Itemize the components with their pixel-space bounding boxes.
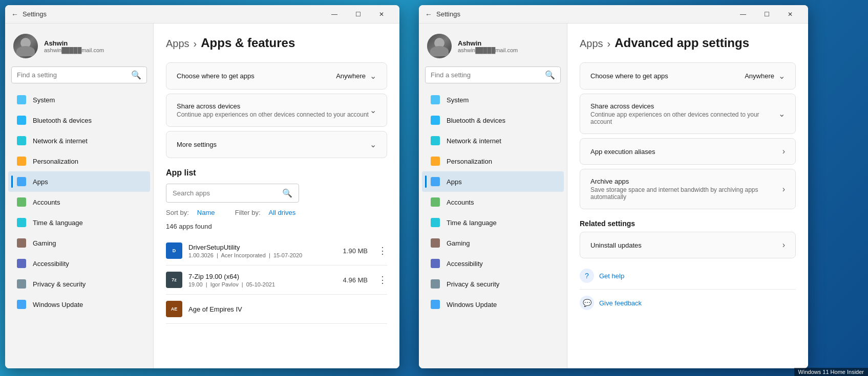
window-title-2: Settings bbox=[436, 10, 460, 18]
app-search-input-1[interactable] bbox=[173, 189, 278, 197]
page-header-2: Apps › Advanced app settings bbox=[580, 36, 796, 50]
share-across-chevron-1: ⌄ bbox=[370, 105, 376, 115]
minimize-button-2[interactable]: — bbox=[731, 6, 755, 23]
apps-count-1: 146 apps found bbox=[166, 223, 387, 230]
close-button-1[interactable]: ✕ bbox=[370, 6, 393, 23]
app-icon-7zip: 7z bbox=[166, 272, 182, 288]
more-settings-card-1: More settings ⌄ bbox=[166, 131, 387, 158]
archive-apps-chevron-2: › bbox=[782, 185, 785, 194]
sidebar-item-accessibility-2[interactable]: Accessibility bbox=[422, 253, 564, 274]
back-icon-2[interactable]: ← bbox=[425, 10, 432, 18]
sidebar-item-time-1[interactable]: Time & language bbox=[8, 212, 150, 233]
related-settings-title-2: Related settings bbox=[580, 219, 796, 228]
sidebar-item-gaming-2[interactable]: Gaming bbox=[422, 233, 564, 253]
user-info-2: Ashwin ashwin█████mail.com bbox=[458, 39, 518, 53]
filter-dropdown-1[interactable]: All drives bbox=[269, 209, 296, 216]
app-name-aoe: Age of Empires IV bbox=[188, 305, 387, 313]
sidebar-item-system-2[interactable]: System bbox=[422, 90, 564, 110]
give-feedback-label-2: Give feedback bbox=[599, 299, 642, 307]
sidebar-item-bluetooth-1[interactable]: Bluetooth & devices bbox=[8, 110, 150, 130]
more-settings-row-1[interactable]: More settings ⌄ bbox=[166, 131, 387, 158]
get-help-icon-2: ? bbox=[580, 269, 594, 283]
sidebar-item-accounts-1[interactable]: Accounts bbox=[8, 192, 150, 212]
share-across-info-2: Share across devices Continue app experi… bbox=[590, 102, 778, 125]
sidebar-item-personalization-1[interactable]: Personalization bbox=[8, 151, 150, 171]
close-button-2[interactable]: ✕ bbox=[778, 6, 802, 23]
choose-where-value-1: Anywhere bbox=[336, 72, 366, 80]
search-input-1[interactable] bbox=[17, 71, 127, 79]
user-profile-1[interactable]: Ashwin ashwin█████mail.com bbox=[5, 30, 153, 67]
window-apps-features: ← Settings — ☐ ✕ Ashwin ashwin█████mail bbox=[5, 5, 399, 368]
app-item-2: 7z 7-Zip 19.00 (x64) 19.00 | Igor Pavlov… bbox=[166, 266, 387, 295]
apps-icon-1 bbox=[16, 176, 27, 187]
time-icon-1 bbox=[16, 217, 27, 228]
main-content-2: Apps › Advanced app settings Choose wher… bbox=[567, 24, 808, 368]
user-profile-2[interactable]: Ashwin ashwin█████mail.com bbox=[419, 30, 567, 67]
share-across-row-1[interactable]: Share across devices Continue app experi… bbox=[166, 94, 387, 126]
app-item-1: D DriverSetupUtility 1.00.3026 | Acer In… bbox=[166, 236, 387, 266]
sidebar-item-gaming-1[interactable]: Gaming bbox=[8, 233, 150, 253]
minimize-button-1[interactable]: — bbox=[323, 6, 346, 23]
more-btn-7zip[interactable]: ⋮ bbox=[378, 274, 387, 285]
choose-where-row-2[interactable]: Choose where to get apps Anywhere ⌄ bbox=[580, 63, 795, 89]
get-help-row-2[interactable]: ? Get help bbox=[580, 262, 796, 290]
privacy-icon-1 bbox=[16, 279, 27, 289]
sidebar-item-network-2[interactable]: Network & internet bbox=[422, 130, 564, 151]
archive-apps-row-2[interactable]: Archive apps Save storage space and inte… bbox=[580, 169, 795, 209]
more-btn-driversetup[interactable]: ⋮ bbox=[378, 245, 387, 256]
search-input-2[interactable] bbox=[431, 71, 541, 79]
sidebar-item-apps-2[interactable]: Apps bbox=[422, 171, 564, 192]
share-across-desc-1: Continue app experiences on other device… bbox=[177, 111, 369, 118]
app-execution-chevron-2: › bbox=[782, 147, 785, 156]
search-box-1[interactable]: 🔍 bbox=[11, 67, 147, 83]
search-box-2[interactable]: 🔍 bbox=[425, 67, 561, 83]
app-info-aoe: Age of Empires IV bbox=[188, 305, 387, 313]
sidebar-item-system-1[interactable]: System bbox=[8, 90, 150, 110]
dropdown-chevron-2: ⌄ bbox=[778, 71, 785, 81]
back-icon[interactable]: ← bbox=[11, 10, 18, 18]
sidebar-item-update-2[interactable]: Windows Update bbox=[422, 294, 564, 315]
user-name-1: Ashwin bbox=[44, 39, 104, 47]
sidebar-item-privacy-1[interactable]: Privacy & security bbox=[8, 274, 150, 294]
sidebar-item-accounts-2[interactable]: Accounts bbox=[422, 192, 564, 212]
choose-where-card-2: Choose where to get apps Anywhere ⌄ bbox=[580, 62, 796, 90]
app-execution-row-2[interactable]: App execution aliases › bbox=[580, 139, 795, 164]
sidebar-2: Ashwin ashwin█████mail.com 🔍 System Blue… bbox=[419, 24, 567, 368]
maximize-button-2[interactable]: ☐ bbox=[755, 6, 778, 23]
sidebar-item-personalization-2[interactable]: Personalization bbox=[422, 151, 564, 171]
user-email-2: ashwin█████mail.com bbox=[458, 47, 518, 53]
sidebar-item-bluetooth-2[interactable]: Bluetooth & devices bbox=[422, 110, 564, 130]
archive-apps-card-2: Archive apps Save storage space and inte… bbox=[580, 169, 796, 209]
title-bar-2: ← Settings — ☐ ✕ bbox=[419, 5, 808, 24]
privacy-icon-2 bbox=[430, 279, 440, 289]
choose-where-row-1[interactable]: Choose where to get apps Anywhere ⌄ bbox=[166, 63, 387, 89]
page-header-1: Apps › Apps & features bbox=[166, 36, 387, 50]
give-feedback-icon-2: 💬 bbox=[580, 296, 594, 310]
sidebar-item-network-1[interactable]: Network & internet bbox=[8, 130, 150, 151]
archive-apps-desc-2: Save storage space and internet bandwidt… bbox=[590, 186, 782, 201]
sidebar-item-time-2[interactable]: Time & language bbox=[422, 212, 564, 233]
maximize-button-1[interactable]: ☐ bbox=[346, 6, 370, 23]
user-name-2: Ashwin bbox=[458, 39, 518, 47]
app-meta-7zip: 19.00 | Igor Pavlov | 05-10-2021 bbox=[188, 281, 337, 287]
share-across-row-2[interactable]: Share across devices Continue app experi… bbox=[580, 94, 795, 134]
apps-icon-2 bbox=[430, 176, 440, 187]
search-icon-2: 🔍 bbox=[545, 70, 555, 80]
app-execution-card-2: App execution aliases › bbox=[580, 138, 796, 165]
uninstall-updates-row-2[interactable]: Uninstall updates › bbox=[580, 232, 795, 258]
breadcrumb-1[interactable]: Apps bbox=[166, 38, 189, 50]
share-across-info-1: Share across devices Continue app experi… bbox=[177, 102, 369, 118]
sidebar-item-privacy-2[interactable]: Privacy & security bbox=[422, 274, 564, 294]
dropdown-chevron-1: ⌄ bbox=[370, 71, 376, 81]
give-feedback-row-2[interactable]: 💬 Give feedback bbox=[580, 290, 796, 316]
title-bar-1: ← Settings — ☐ ✕ bbox=[5, 5, 399, 24]
sort-dropdown-1[interactable]: Name bbox=[197, 209, 215, 216]
sidebar-item-apps-1[interactable]: Apps bbox=[8, 171, 150, 192]
sidebar-item-accessibility-1[interactable]: Accessibility bbox=[8, 253, 150, 274]
sidebar-item-update-1[interactable]: Windows Update bbox=[8, 294, 150, 315]
gaming-icon-2 bbox=[430, 238, 440, 248]
window-controls-1: — ☐ ✕ bbox=[323, 6, 393, 23]
archive-apps-info-2: Archive apps Save storage space and inte… bbox=[590, 178, 782, 201]
breadcrumb-2[interactable]: Apps bbox=[580, 38, 603, 50]
app-search-box-1[interactable]: 🔍 bbox=[166, 184, 299, 203]
